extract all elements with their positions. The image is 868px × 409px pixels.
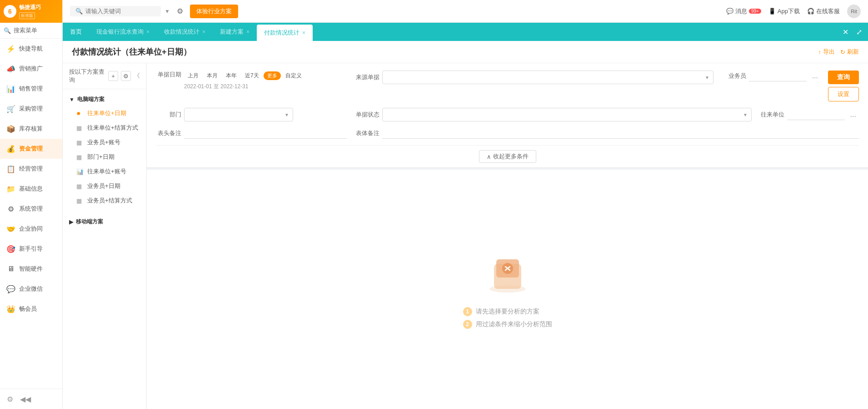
notification-button[interactable]: 💬 消息 99+ — [726, 7, 761, 15]
export-button[interactable]: ↑ 导出 — [818, 48, 835, 56]
header-search-input[interactable] — [85, 8, 145, 15]
close-window-button[interactable]: ✕ — [840, 26, 851, 37]
body-note-label: 表体备注 — [354, 129, 379, 137]
header-search-icon: 🔍 — [75, 8, 83, 15]
sidebar-item-ops[interactable]: 📋 经营管理 — [0, 159, 62, 179]
sidebar-item-inventory[interactable]: 📦 库存核算 — [0, 119, 62, 139]
message-icon: 💬 — [726, 8, 733, 15]
staff-dots-button[interactable]: ... — [809, 72, 821, 80]
receipt-status-label: 单据状态 — [354, 111, 379, 119]
tab-receipt-stats[interactable]: 收款情况统计 × — [157, 23, 213, 41]
sidebar-item-wechat[interactable]: 💬 企业微信 — [0, 279, 62, 299]
scheme-active-icon: ● — [76, 109, 84, 117]
scheme-item-staff-date[interactable]: ▦ 业务员+日期 — [63, 179, 146, 193]
marketing-icon: 📣 — [6, 64, 15, 73]
scheme-icon-4: 📊 — [76, 168, 84, 175]
filter-settings-button[interactable]: 设置 — [828, 87, 859, 101]
trial-button[interactable]: 体验行业方案 — [190, 5, 238, 18]
date-last-7days[interactable]: 近7天 — [241, 71, 263, 81]
header-note-input[interactable] — [184, 128, 347, 139]
receipt-status-dropdown[interactable]: ▼ — [382, 108, 752, 121]
scheme-item-staff-settlement[interactable]: ▦ 业务员+结算方式 — [63, 193, 146, 208]
filter-header-note: 表头备注 — [156, 128, 347, 139]
scheme-settings-button[interactable]: ⚙ — [121, 71, 131, 81]
date-this-year[interactable]: 本年 — [222, 71, 240, 81]
date-last-month[interactable]: 上月 — [184, 71, 202, 81]
header-dropdown[interactable]: ▼ — [165, 8, 170, 15]
add-scheme-button[interactable]: + — [108, 71, 118, 81]
tip-2-text: 用过滤条件来缩小分析范围 — [476, 320, 552, 328]
avatar[interactable]: Rit — [847, 5, 861, 18]
expand-window-button[interactable]: ⤢ — [853, 26, 864, 37]
sidebar-item-system[interactable]: ⚙ 系统管理 — [0, 199, 62, 219]
sidebar-item-member[interactable]: 👑 畅会员 — [0, 299, 62, 319]
tip-2-num: 2 — [463, 320, 472, 329]
logo-text: 畅捷通巧 标准版 — [19, 4, 41, 19]
app-download-button[interactable]: 📱 App下载 — [768, 7, 800, 15]
scheme-item-staff-account[interactable]: ▦ 业务员+账号 — [63, 135, 146, 150]
sidebar-item-guide[interactable]: 🎯 新手引导 — [0, 239, 62, 259]
panel-collapse-button[interactable]: 《 — [134, 72, 140, 80]
tab-new-scheme[interactable]: 新建方案 × — [213, 23, 257, 41]
scheme-item-dept-date[interactable]: ▦ 部门+日期 — [63, 150, 146, 164]
sidebar-item-purchase[interactable]: 🛒 采购管理 — [0, 99, 62, 119]
dept-dropdown[interactable]: ▼ — [184, 108, 293, 121]
sidebar-item-hardware[interactable]: 🖥 智能硬件 — [0, 259, 62, 279]
sidebar-item-enterprise[interactable]: 🤝 企业协同 — [0, 219, 62, 239]
scheme-group-desktop-title[interactable]: ▼ 电脑端方案 — [63, 93, 146, 106]
filter-partner: 往来单位 ... — [759, 109, 859, 120]
tip-1-text: 请先选择要分析的方案 — [476, 308, 539, 316]
page-content: 付款情况统计（往来单位+日期） ↑ 导出 ↻ 刷新 按以下方案查询 — [63, 41, 868, 409]
collapse-bottom-icon[interactable]: ◀◀ — [20, 394, 31, 404]
system-icon: ⚙ — [6, 204, 15, 213]
scheme-group-mobile-title[interactable]: ▶ 移动端方案 — [63, 215, 146, 228]
ops-icon: 📋 — [6, 164, 15, 173]
header-right: 💬 消息 99+ 📱 App下载 🎧 在线客服 Rit — [726, 5, 861, 18]
page-title: 付款情况统计（往来单位+日期） — [72, 46, 191, 57]
body-note-input[interactable] — [382, 128, 859, 139]
sidebar-item-basic[interactable]: 📁 基础信息 — [0, 179, 62, 199]
staff-input[interactable] — [749, 71, 807, 81]
header-search-box[interactable]: 🔍 — [70, 6, 161, 16]
partner-input[interactable] — [787, 109, 845, 120]
sidebar-item-finance[interactable]: 💰 资金管理 — [0, 139, 62, 159]
tab-bank-flow[interactable]: 现金银行流水查询 × — [89, 23, 157, 41]
tab-close-receipt-stats[interactable]: × — [202, 29, 205, 35]
source-dropdown[interactable]: ▼ — [382, 71, 713, 84]
filter-row-3: 表头备注 表体备注 — [156, 128, 859, 139]
empty-tip-1: 1 请先选择要分析的方案 — [463, 307, 552, 316]
date-range-display: 2022-01-01 至 2022-12-31 — [184, 83, 248, 90]
settings-bottom-icon[interactable]: ⚙ — [5, 394, 15, 404]
sidebar-search[interactable]: 🔍 搜索菜单 — [0, 23, 62, 39]
date-custom-button[interactable]: 自定义 — [282, 71, 305, 81]
scheme-group-mobile: ▶ 移动端方案 — [63, 212, 146, 232]
sidebar: 6 畅捷通巧 标准版 🔍 搜索菜单 ⚡ 快捷导航 📣 营销推广 📊 销售管理 🛒… — [0, 0, 63, 409]
member-icon: 👑 — [6, 304, 15, 313]
tab-home[interactable]: 首页 — [63, 23, 89, 41]
tab-close-new-scheme[interactable]: × — [246, 29, 249, 35]
app-icon: 📱 — [768, 8, 776, 15]
sidebar-logo: 6 畅捷通巧 标准版 — [0, 0, 62, 23]
sidebar-item-quick-nav[interactable]: ⚡ 快捷导航 — [0, 39, 62, 59]
date-more-button[interactable]: 更多 — [264, 71, 281, 80]
content-body: 按以下方案查询 + ⚙ 《 ▼ 电脑端方案 ● — [63, 63, 868, 409]
scheme-item-partner-account[interactable]: 📊 往来单位+账号 — [63, 164, 146, 179]
staff-label: 业务员 — [721, 72, 746, 80]
sidebar-bottom: ⚙ ◀◀ — [0, 389, 62, 409]
sidebar-item-sales[interactable]: 📊 销售管理 — [0, 79, 62, 99]
date-this-month[interactable]: 本月 — [203, 71, 221, 81]
scheme-icon-5: ▦ — [76, 183, 84, 190]
refresh-button[interactable]: ↻ 刷新 — [840, 48, 859, 56]
scheme-item-partner-date[interactable]: ● 往来单位+日期 — [63, 106, 146, 121]
empty-icon-area — [480, 250, 535, 302]
partner-dots-button[interactable]: ... — [848, 111, 859, 119]
tab-close-payment-stats[interactable]: × — [302, 30, 305, 36]
sidebar-item-marketing[interactable]: 📣 营销推广 — [0, 59, 62, 79]
query-button[interactable]: 查询 — [828, 71, 859, 84]
online-service-button[interactable]: 🎧 在线客服 — [807, 7, 840, 15]
tab-close-bank-flow[interactable]: × — [146, 29, 150, 35]
tab-payment-stats[interactable]: 付款情况统计 × — [257, 25, 313, 41]
collapse-more-conditions-button[interactable]: ∧ 收起更多条件 — [479, 150, 536, 163]
scheme-item-partner-settlement[interactable]: ▦ 往来单位+结算方式 — [63, 121, 146, 135]
header-gear-icon[interactable]: ⚙ — [174, 5, 186, 18]
